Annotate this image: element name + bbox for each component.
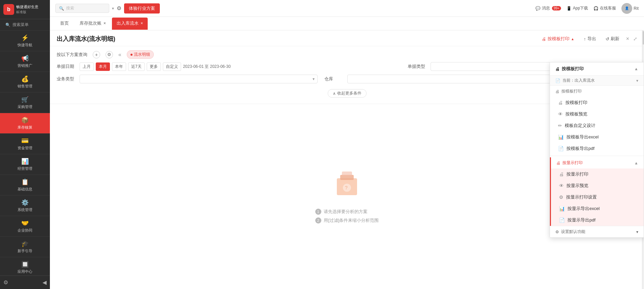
biz-type-label: 业务类型: [57, 76, 77, 82]
topbar-right: 💬 消息 99+ 📱 App下载 🎧 在线客服 👤 Rit: [535, 3, 639, 14]
app-center-icon: 🔲: [21, 261, 29, 268]
sidebar-item-enterprise[interactable]: 🤝 企业协同: [0, 216, 50, 237]
filter-add-button[interactable]: +: [93, 51, 100, 58]
trial-button[interactable]: 体验行业方案: [124, 3, 160, 14]
template-print-icon: 🖨: [555, 89, 559, 94]
logo-text: 畅捷通好生意 标准版: [16, 4, 38, 14]
current-icon: 📄: [555, 78, 560, 83]
sidebar-item-finance[interactable]: 💳 资金管理: [0, 134, 50, 154]
dropdown-divider: [550, 156, 644, 156]
settings-bottom-icon[interactable]: ⚙: [3, 279, 8, 286]
set-default-button[interactable]: ⚙ 设置默认功能: [555, 229, 585, 235]
sidebar-item-marketing[interactable]: 📢 营销推广: [0, 51, 50, 72]
sidebar: b 畅捷通好生意 标准版 🔍 搜索菜单 ⚡ 快捷导航 📢 营销推广 💰 销售管理…: [0, 0, 50, 289]
refresh-icon: ↺: [606, 36, 609, 42]
empty-tips: 1 请先选择要分析的方案 2 用[过滤]条件来缩小分析范围: [315, 207, 379, 225]
scrollbar-thumb[interactable]: [643, 31, 644, 45]
online-service-button[interactable]: 🎧 在线客服: [593, 5, 616, 11]
user-profile[interactable]: 👤 Rit: [621, 3, 639, 14]
display-print-collapse-icon[interactable]: ▲: [634, 161, 638, 165]
sidebar-item-quick-nav[interactable]: ⚡ 快捷导航: [0, 31, 50, 51]
dropdown-collapse-icon[interactable]: ▲: [634, 67, 638, 71]
date-btn-last-month[interactable]: 上月: [80, 62, 94, 71]
dp-display-preview-icon: 👁: [559, 183, 564, 188]
date-btn-current-month[interactable]: 本月: [96, 62, 110, 71]
sidebar-item-sales[interactable]: 💰 销售管理: [0, 72, 50, 93]
dropdown-item-template-custom[interactable]: ✏ 模板自定义设计: [550, 120, 644, 131]
dropdown-item-template-print[interactable]: 🖨 按模板打印: [550, 97, 644, 108]
current-template-chevron[interactable]: ▾: [636, 78, 638, 83]
logo-area: b 畅捷通好生意 标准版: [0, 0, 50, 19]
dropdown-item-display-preview[interactable]: 👁 按显示预览: [551, 180, 644, 191]
dropdown-item-template-export-pdf[interactable]: 📄 按模板导出pdf: [550, 143, 644, 154]
display-print-label: 🖨 按显示打印: [556, 160, 583, 166]
topbar-search-box[interactable]: 🔍 搜索: [55, 4, 109, 13]
tab-batch-account-close[interactable]: ×: [104, 21, 106, 26]
operations-icon: 📊: [21, 158, 29, 165]
dropdown-item-template-export-excel[interactable]: 📊 按模板导出excel: [550, 131, 644, 143]
dropdown-item-display-export-pdf[interactable]: 📄 按显示导出pdf: [551, 214, 644, 226]
collapse-sidebar-icon[interactable]: ◀: [42, 279, 47, 286]
user-avatar: 👤: [621, 3, 632, 14]
app-download-button[interactable]: 📱 App下载: [566, 5, 588, 11]
collapse-more-button[interactable]: ∧ 收起更多条件: [328, 89, 367, 98]
tab-home[interactable]: 首页: [55, 18, 74, 30]
footer-chevron-down-icon[interactable]: ▾: [636, 230, 638, 234]
date-filter: 上月 本月 本年 近7天 更多 自定义 2023-06-01 至 2023-06…: [80, 62, 401, 71]
export-button[interactable]: ↑ 导出: [581, 34, 599, 43]
chevron-up-icon: ∧: [333, 91, 336, 96]
page-title: 出入库流水(流水明细): [57, 35, 115, 43]
print-template-button[interactable]: 🖨 按模板打印 ▲: [539, 34, 577, 43]
inventory-icon: 📦: [21, 116, 29, 124]
dp-excel-icon: 📊: [558, 134, 564, 140]
quick-nav-icon: ⚡: [21, 34, 29, 42]
sidebar-item-newcomer[interactable]: 🎓 新手引导: [0, 237, 50, 257]
sidebar-item-purchase[interactable]: 🛒 采购管理: [0, 93, 50, 113]
current-template-label: 📄 当前：出入库流水: [555, 78, 595, 83]
dropdown-item-display-print[interactable]: 🖨 按显示打印: [551, 168, 644, 180]
filter-tag-dot: [130, 54, 133, 56]
date-range-display: 2023-06-01 至 2023-06-30: [183, 64, 231, 70]
dropdown-item-template-preview[interactable]: 👁 按模板预览: [550, 108, 644, 120]
refresh-button[interactable]: ↺ 刷新: [603, 34, 622, 43]
message-badge: 99+: [552, 6, 561, 10]
sidebar-item-operations[interactable]: 📊 经营管理: [0, 154, 50, 175]
dropdown-item-display-export-excel[interactable]: 📊 按显示导出excel: [551, 203, 644, 214]
tab-flow-detail[interactable]: 出入库流水 ×: [112, 18, 148, 30]
tab-flow-detail-close[interactable]: ×: [141, 21, 143, 26]
sidebar-item-basic-info[interactable]: 📋 基础信息: [0, 175, 50, 195]
dropdown-footer[interactable]: ⚙ 设置默认功能 ▾: [550, 226, 644, 237]
date-btn-custom[interactable]: 自定义: [163, 62, 181, 71]
filter-active-tag[interactable]: 流水明细: [127, 50, 154, 59]
date-btn-current-year[interactable]: 本年: [112, 62, 126, 71]
message-button[interactable]: 💬 消息 99+: [535, 5, 561, 11]
display-print-section-header: 🖨 按显示打印 ▲: [551, 157, 644, 168]
date-field: 单据日期 上月 本月 本年 近7天 更多 自定义 2023-06-01 至 20…: [57, 62, 401, 71]
biz-type-field: 业务类型 ▾: [57, 75, 318, 83]
filter-collapse-button[interactable]: «: [118, 52, 121, 58]
biz-type-select[interactable]: ▾: [80, 75, 318, 83]
newcomer-icon: 🎓: [21, 240, 29, 247]
page-header-actions: 🖨 按模板打印 ▲ ↑ 导出 ↺ 刷新 × ⤢: [539, 34, 637, 43]
filter-setting-button[interactable]: ⚙: [106, 51, 113, 58]
tab-batch-account[interactable]: 库存批次账 ×: [75, 18, 111, 30]
page-expand-icon[interactable]: ⤢: [633, 36, 637, 42]
sidebar-item-app-center[interactable]: 🔲 应用中心: [0, 257, 50, 275]
dropdown-item-display-print-settings[interactable]: ⚙ 按显示打印设置: [551, 191, 644, 203]
marketing-icon: 📢: [21, 55, 29, 62]
page-close-icon[interactable]: ×: [626, 36, 629, 42]
topbar-left: 🔍 搜索 ▾ ⚙ 体验行业方案: [55, 3, 160, 14]
date-btn-last-7days[interactable]: 近7天: [128, 62, 145, 71]
sidebar-item-system[interactable]: ⚙️ 系统管理: [0, 195, 50, 216]
doc-type-label: 单据类型: [408, 63, 428, 70]
template-print-label: 🖨 按模板打印: [555, 88, 582, 94]
sidebar-search[interactable]: 🔍 搜索菜单: [0, 19, 50, 31]
template-print-section-header: 🖨 按模板打印: [550, 86, 644, 97]
print-chevron-up-icon: ▲: [571, 37, 574, 41]
enterprise-icon: 🤝: [21, 219, 29, 227]
topbar-gear-icon[interactable]: ⚙: [117, 5, 121, 11]
topbar-chevron-icon[interactable]: ▾: [112, 6, 114, 11]
date-btn-more[interactable]: 更多: [147, 62, 161, 71]
sidebar-item-inventory[interactable]: 📦 库存核算: [0, 113, 50, 134]
message-icon: 💬: [535, 6, 540, 11]
